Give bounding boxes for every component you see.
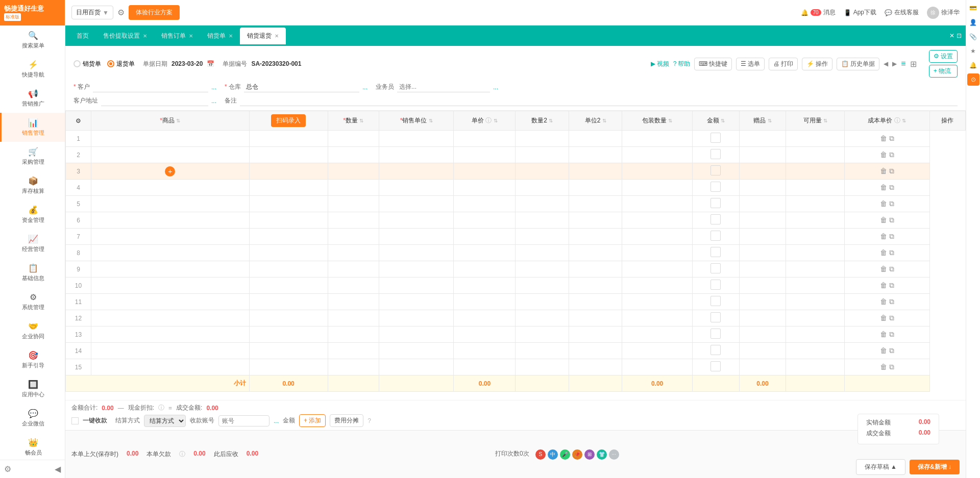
- product-input[interactable]: [94, 331, 246, 338]
- pack-qty-cell[interactable]: [569, 261, 622, 278]
- sale-unit-cell[interactable]: [328, 294, 379, 310]
- qty-cell[interactable]: [249, 180, 328, 196]
- unit2-sort[interactable]: ⇅: [602, 118, 606, 123]
- scan-btn[interactable]: 扫码录入: [271, 114, 306, 127]
- product-sort[interactable]: ⇅: [176, 118, 180, 123]
- sale-unit-cell[interactable]: [328, 131, 379, 147]
- available-cell[interactable]: [739, 180, 786, 196]
- gift-checkbox[interactable]: [710, 361, 721, 371]
- gift-checkbox[interactable]: [710, 231, 721, 241]
- sidebar-item-finance[interactable]: 💰 资金管理: [0, 200, 65, 229]
- col-scan[interactable]: 扫码录入: [249, 111, 328, 131]
- product-cell[interactable]: [91, 261, 250, 278]
- rs-btn-2[interactable]: 👤: [967, 16, 979, 29]
- delete-icon[interactable]: 🗑: [880, 297, 887, 306]
- gift-checkbox[interactable]: [710, 198, 721, 208]
- unit-price-cell[interactable]: [379, 229, 454, 245]
- qty-cell[interactable]: [249, 261, 328, 278]
- sale-unit-cell[interactable]: [328, 212, 379, 229]
- pack-qty-cell[interactable]: [569, 343, 622, 359]
- tab-sale-return-close[interactable]: ✕: [275, 33, 279, 39]
- account-dots[interactable]: ...: [274, 417, 279, 424]
- unit2-cell[interactable]: [516, 196, 569, 212]
- qty2-cell[interactable]: [454, 310, 516, 326]
- pack-qty-cell[interactable]: [569, 310, 622, 326]
- footer-icon-s[interactable]: S: [535, 449, 546, 460]
- amount-cell[interactable]: [622, 245, 692, 261]
- unit2-cell[interactable]: [516, 163, 569, 180]
- qty-cell[interactable]: [249, 212, 328, 229]
- pack-qty-cell[interactable]: [569, 245, 622, 261]
- gift-checkbox[interactable]: [710, 312, 721, 322]
- copy-icon[interactable]: ⧉: [889, 183, 894, 192]
- pack-qty-cell[interactable]: [569, 180, 622, 196]
- cost-price-cell[interactable]: [786, 278, 845, 294]
- amount-cell[interactable]: [622, 343, 692, 359]
- sidebar-item-shortcuts[interactable]: ⚡ 快捷导航: [0, 55, 65, 84]
- amount-cell[interactable]: [622, 131, 692, 147]
- available-cell[interactable]: [739, 196, 786, 212]
- action-help[interactable]: ? 帮助: [673, 60, 691, 68]
- qty2-cell[interactable]: [454, 131, 516, 147]
- product-input[interactable]: [94, 152, 246, 159]
- sidebar-item-operation[interactable]: 📈 经营管理: [0, 229, 65, 258]
- customer-input[interactable]: [93, 82, 208, 92]
- qty2-cell[interactable]: [454, 359, 516, 375]
- footer-icon-zh[interactable]: 中: [548, 449, 558, 460]
- unit-price-cell[interactable]: [379, 212, 454, 229]
- pack-qty-cell[interactable]: [569, 163, 622, 180]
- available-cell[interactable]: [739, 278, 786, 294]
- available-cell[interactable]: [739, 359, 786, 375]
- product-cell[interactable]: [91, 278, 250, 294]
- delete-icon[interactable]: 🗑: [880, 134, 887, 143]
- customer-dots[interactable]: ...: [211, 84, 216, 91]
- product-cell[interactable]: [91, 359, 250, 375]
- product-input[interactable]: [94, 347, 246, 355]
- qty-cell[interactable]: [249, 229, 328, 245]
- tab-sale-price[interactable]: 售价提取设置 ✕: [96, 28, 154, 44]
- delete-icon[interactable]: 🗑: [880, 346, 887, 355]
- product-input[interactable]: [94, 233, 246, 240]
- sale-unit-cell[interactable]: [328, 278, 379, 294]
- sidebar-item-purchase[interactable]: 🛒 采购管理: [0, 142, 65, 171]
- qty-cell[interactable]: [249, 131, 328, 147]
- copy-icon[interactable]: ⧉: [889, 232, 894, 241]
- settlement-select[interactable]: 结算方式: [144, 415, 186, 427]
- gift-checkbox[interactable]: [710, 280, 721, 290]
- sidebar-item-system[interactable]: ⚙ 系统管理: [0, 287, 65, 316]
- product-input[interactable]: [94, 249, 246, 257]
- collapse-icon[interactable]: ◀: [55, 464, 61, 474]
- available-cell[interactable]: [739, 343, 786, 359]
- saleunit-sort[interactable]: ⇅: [429, 118, 433, 123]
- tab-sale-price-close[interactable]: ✕: [143, 33, 147, 39]
- qty2-cell[interactable]: [454, 212, 516, 229]
- copy-icon[interactable]: ⧉: [889, 199, 894, 208]
- cost-price-cell[interactable]: [786, 180, 845, 196]
- radio-return[interactable]: 退货单: [107, 60, 135, 68]
- delete-icon[interactable]: 🗑: [880, 330, 887, 339]
- footer-icon-shirt[interactable]: 👕: [597, 449, 607, 460]
- product-input[interactable]: [94, 266, 246, 273]
- pack-qty-cell[interactable]: [569, 196, 622, 212]
- qty-sort[interactable]: ⇅: [359, 118, 363, 123]
- product-input[interactable]: [94, 184, 246, 191]
- qty-cell[interactable]: [249, 147, 328, 163]
- radio-delivery[interactable]: 销货单: [74, 60, 101, 68]
- gift-checkbox[interactable]: [710, 247, 721, 257]
- footer-icon-grid[interactable]: ⊞: [584, 449, 595, 460]
- amount-cell[interactable]: [622, 147, 692, 163]
- cost-price-cell[interactable]: [786, 245, 845, 261]
- sidebar-item-guide[interactable]: 🎯 新手引导: [0, 345, 65, 374]
- delete-icon[interactable]: 🗑: [880, 363, 887, 371]
- unit2-cell[interactable]: [516, 212, 569, 229]
- unit-price-cell[interactable]: [379, 261, 454, 278]
- unit-price-cell[interactable]: [379, 196, 454, 212]
- product-cell[interactable]: [91, 326, 250, 343]
- unit-price-cell[interactable]: [379, 294, 454, 310]
- cost-price-cell[interactable]: [786, 196, 845, 212]
- unit-price-cell[interactable]: [379, 278, 454, 294]
- unit2-cell[interactable]: [516, 180, 569, 196]
- amount-cell[interactable]: [622, 212, 692, 229]
- action-history-btn[interactable]: 📋 历史单据: [837, 58, 879, 70]
- qty-cell[interactable]: [249, 196, 328, 212]
